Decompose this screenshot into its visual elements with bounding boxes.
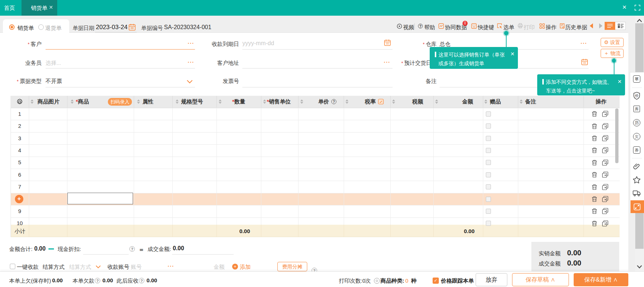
svg-text:价: 价 — [635, 94, 639, 98]
